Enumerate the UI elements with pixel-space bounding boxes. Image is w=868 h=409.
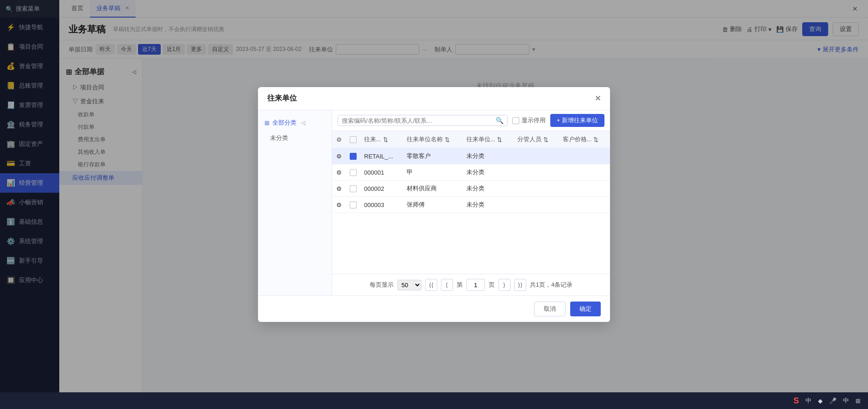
cat-item-unclassified[interactable]: 未分类 xyxy=(258,131,332,145)
th-settings[interactable]: ⚙ xyxy=(332,131,346,148)
total-label: 共1页，4条记录 xyxy=(530,281,572,289)
row-name: 零散客户 xyxy=(403,148,462,164)
show-disabled-label: 显示停用 xyxy=(522,116,546,125)
add-partner-button[interactable]: + 新增往来单位 xyxy=(550,114,604,127)
dialog-footer: 取消 确定 xyxy=(258,296,610,322)
row-checkbox[interactable] xyxy=(350,169,357,176)
all-category-label: 全部分类 xyxy=(272,119,296,127)
dialog-close-icon[interactable]: ✕ xyxy=(595,94,601,103)
th-category[interactable]: 往来单位...⇅ xyxy=(463,131,514,148)
confirm-button[interactable]: 确定 xyxy=(570,302,601,316)
th-price-type[interactable]: 客户价格...⇅ xyxy=(559,131,610,148)
sort-icon: ⇅ xyxy=(383,136,388,143)
row-salesperson xyxy=(514,197,559,213)
sort-icon: ⇅ xyxy=(445,136,450,143)
prev-page-btn[interactable]: ⟨ xyxy=(441,279,453,291)
row-salesperson xyxy=(514,148,559,164)
sort-icon: ⇅ xyxy=(497,136,502,143)
row-checkbox[interactable] xyxy=(350,185,357,192)
sort-icon: ⇅ xyxy=(593,136,598,143)
add-partner-label: + 新增往来单位 xyxy=(557,116,598,125)
gear-icon: ⚙ xyxy=(336,185,342,192)
page-suffix: 页 xyxy=(489,281,495,289)
cat-collapse-icon[interactable]: ◁ xyxy=(301,120,305,126)
row-check[interactable] xyxy=(346,181,360,197)
row-settings[interactable]: ⚙ xyxy=(332,164,346,181)
row-code: 000002 xyxy=(360,181,403,197)
row-settings[interactable]: ⚙ xyxy=(332,148,346,164)
page-word: 第 xyxy=(457,281,463,289)
table-row[interactable]: ⚙ 000003 张师傅 未分类 xyxy=(332,197,610,213)
all-category-btn[interactable]: ⊞ 全部分类 ◁ xyxy=(258,115,332,131)
row-name: 材料供应商 xyxy=(403,181,462,197)
sort-icon: ⇅ xyxy=(543,136,548,143)
taskbar-mic-icon[interactable]: 🎤 xyxy=(829,397,837,404)
row-check[interactable] xyxy=(346,197,360,213)
table-row[interactable]: ⚙ RETAIL_... 零散客户 未分类 xyxy=(332,148,610,164)
row-checkbox[interactable] xyxy=(350,153,357,160)
row-price-type xyxy=(559,197,610,213)
th-salesperson[interactable]: 分管人员⇅ xyxy=(514,131,559,148)
category-panel: ⊞ 全部分类 ◁ 未分类 xyxy=(258,110,332,296)
row-name: 甲 xyxy=(403,164,462,181)
row-salesperson xyxy=(514,181,559,197)
row-category: 未分类 xyxy=(463,164,514,181)
row-settings[interactable]: ⚙ xyxy=(332,197,346,213)
taskbar-lang[interactable]: 中 xyxy=(805,396,811,405)
dialog-table-container: ⚙ 往来...⇅ 往来单位名称⇅ xyxy=(332,131,610,274)
row-check[interactable] xyxy=(346,148,360,164)
dialog-overlay[interactable]: 往来单位 ✕ ⊞ 全部分类 ◁ 未分类 🔍 xyxy=(0,0,868,409)
row-price-type xyxy=(559,164,610,181)
show-disabled-wrap: 显示停用 xyxy=(512,116,546,125)
show-disabled-checkbox[interactable] xyxy=(512,117,519,124)
row-settings[interactable]: ⚙ xyxy=(332,181,346,197)
th-code[interactable]: 往来...⇅ xyxy=(360,131,403,148)
dialog-title: 往来单位 xyxy=(267,94,297,103)
per-page-label: 每页显示 xyxy=(370,281,394,289)
row-code: 000003 xyxy=(360,197,403,213)
per-page-select[interactable]: 50 100 xyxy=(397,280,421,290)
grid-icon: ⊞ xyxy=(264,120,270,126)
dialog-table-panel: 🔍 显示停用 + 新增往来单位 ⚙ xyxy=(332,110,610,296)
cancel-button[interactable]: 取消 xyxy=(534,302,566,316)
th-check[interactable] xyxy=(346,131,360,148)
page-number-input[interactable] xyxy=(466,279,485,291)
dialog-header: 往来单位 ✕ xyxy=(258,87,610,110)
row-checkbox[interactable] xyxy=(350,201,357,208)
row-category: 未分类 xyxy=(463,197,514,213)
row-check[interactable] xyxy=(346,164,360,181)
taskbar-grid-icon[interactable]: ⊞ xyxy=(855,397,861,404)
select-all-checkbox[interactable] xyxy=(350,136,357,143)
taskbar-icon-1[interactable]: ◆ xyxy=(818,397,823,404)
search-wrap: 🔍 xyxy=(338,115,508,126)
th-name[interactable]: 往来单位名称⇅ xyxy=(403,131,462,148)
dialog-search-input[interactable] xyxy=(342,117,493,124)
row-code: 000001 xyxy=(360,164,403,181)
gear-icon: ⚙ xyxy=(336,201,342,208)
row-price-type xyxy=(559,181,610,197)
table-row[interactable]: ⚙ 000001 甲 未分类 xyxy=(332,164,610,181)
row-salesperson xyxy=(514,164,559,181)
next-page-btn[interactable]: ⟩ xyxy=(498,279,510,291)
row-code: RETAIL_... xyxy=(360,148,403,164)
gear-icon: ⚙ xyxy=(336,153,342,160)
table-row[interactable]: ⚙ 000002 材料供应商 未分类 xyxy=(332,181,610,197)
search-icon: 🔍 xyxy=(496,117,503,124)
dialog-toolbar: 🔍 显示停用 + 新增往来单位 xyxy=(332,110,610,131)
dialog-body: ⊞ 全部分类 ◁ 未分类 🔍 显示停用 xyxy=(258,110,610,296)
first-page-btn[interactable]: ⟨⟨ xyxy=(425,279,437,291)
taskbar-logo: S xyxy=(793,396,799,406)
row-name: 张师傅 xyxy=(403,197,462,213)
row-category: 未分类 xyxy=(463,181,514,197)
taskbar: S 中 ◆ 🎤 中 ⊞ xyxy=(0,392,868,409)
taskbar-icon-2[interactable]: 中 xyxy=(843,396,849,405)
dialog-pagination: 每页显示 50 100 ⟨⟨ ⟨ 第 页 ⟩ ⟩⟩ 共1页，4条记录 xyxy=(332,274,610,296)
gear-icon: ⚙ xyxy=(336,169,342,176)
partners-table: ⚙ 往来...⇅ 往来单位名称⇅ xyxy=(332,131,610,213)
last-page-btn[interactable]: ⟩⟩ xyxy=(514,279,526,291)
row-price-type xyxy=(559,148,610,164)
partner-dialog: 往来单位 ✕ ⊞ 全部分类 ◁ 未分类 🔍 xyxy=(258,87,610,322)
row-category: 未分类 xyxy=(463,148,514,164)
